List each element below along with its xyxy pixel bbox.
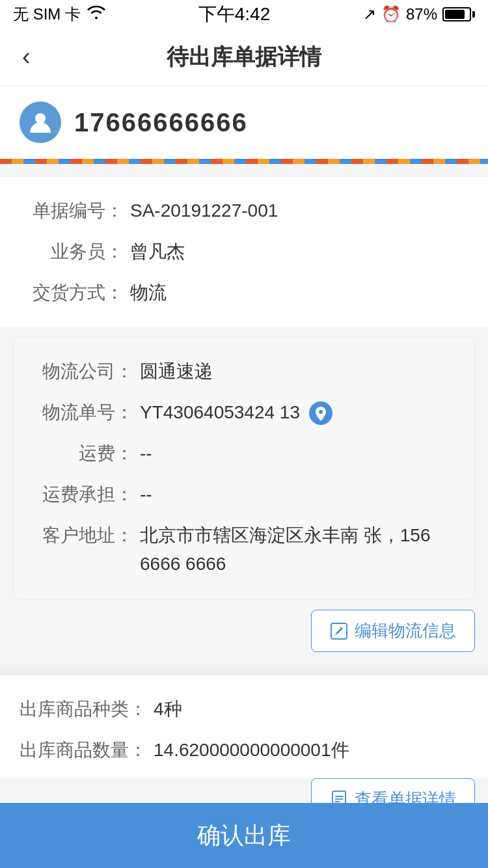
product-qty-value: 14.620000000000001件 xyxy=(154,736,468,765)
delivery-method-value: 物流 xyxy=(130,278,468,308)
freight-bearer-row: 运费承担： -- xyxy=(29,480,459,509)
carrier-text: 无 SIM 卡 xyxy=(13,4,81,25)
product-types-label: 出库商品种类： xyxy=(20,695,147,724)
svg-point-1 xyxy=(309,401,332,425)
freight-bearer-label: 运费承担： xyxy=(29,480,133,509)
status-right: ↗ ⏰ 87% xyxy=(363,5,475,23)
page-title: 待出库单据详情 xyxy=(167,42,321,72)
freight-label: 运费： xyxy=(29,439,133,468)
nav-bar: ‹ 待出库单据详情 xyxy=(0,29,488,86)
avatar xyxy=(20,102,61,143)
document-number-value: SA-20191227-001 xyxy=(130,197,468,226)
tracking-value: YT43064053424 13 xyxy=(140,398,300,427)
delivery-method-label: 交货方式： xyxy=(20,278,124,308)
logistics-company-label: 物流公司： xyxy=(29,357,133,387)
address-row: 客户地址： 北京市市辖区海淀区永丰南 张，156 6666 6666 xyxy=(29,521,459,580)
address-label: 客户地址： xyxy=(29,521,133,550)
edit-logistics-row: 编辑物流信息 xyxy=(0,610,488,665)
tracking-row: 物流单号： YT43064053424 13 xyxy=(29,398,459,427)
battery-text: 87% xyxy=(406,5,437,23)
logistics-company-row: 物流公司： 圆通速递 xyxy=(29,357,459,387)
sales-rep-label: 业务员： xyxy=(20,237,124,267)
wifi-icon xyxy=(87,5,105,23)
address-value: 北京市市辖区海淀区永丰南 张，156 6666 6666 xyxy=(140,521,459,580)
edit-logistics-label: 编辑物流信息 xyxy=(355,619,456,642)
alarm-icon: ⏰ xyxy=(381,5,401,23)
product-qty-label: 出库商品数量： xyxy=(20,736,147,765)
back-button[interactable]: ‹ xyxy=(16,36,37,77)
product-qty-row: 出库商品数量： 14.620000000000001件 xyxy=(20,736,468,765)
summary-section: 出库商品种类： 4种 出库商品数量： 14.620000000000001件 xyxy=(0,675,488,778)
product-types-row: 出库商品种类： 4种 xyxy=(20,695,468,724)
order-info-section: 单据编号： SA-20191227-001 业务员： 曾凡杰 交货方式： 物流 xyxy=(0,177,488,327)
sales-rep-row: 业务员： 曾凡杰 xyxy=(20,237,468,267)
delivery-method-row: 交货方式： 物流 xyxy=(20,278,468,308)
product-types-value: 4种 xyxy=(154,695,468,724)
freight-row: 运费： -- xyxy=(29,439,459,468)
confirm-button-label: 确认出库 xyxy=(197,820,291,852)
edit-logistics-button[interactable]: 编辑物流信息 xyxy=(311,610,475,652)
edit-icon xyxy=(330,622,348,640)
document-number-label: 单据编号： xyxy=(20,197,124,226)
freight-bearer-value: -- xyxy=(140,480,459,509)
status-carrier: 无 SIM 卡 xyxy=(13,4,105,25)
sales-rep-value: 曾凡杰 xyxy=(130,237,468,267)
battery-icon xyxy=(442,7,475,21)
tracking-value-wrap: YT43064053424 13 xyxy=(140,398,459,427)
document-number-row: 单据编号： SA-20191227-001 xyxy=(20,197,468,226)
dashed-divider xyxy=(0,159,488,164)
logistics-company-value: 圆通速递 xyxy=(140,357,459,387)
tracking-location-icon[interactable] xyxy=(308,400,334,426)
location-status-icon: ↗ xyxy=(363,5,376,23)
confirm-button[interactable]: 确认出库 xyxy=(0,803,488,868)
status-time: 下午4:42 xyxy=(198,2,271,27)
freight-value: -- xyxy=(140,439,459,468)
status-bar: 无 SIM 卡 下午4:42 ↗ ⏰ 87% xyxy=(0,0,488,29)
tracking-label: 物流单号： xyxy=(29,398,133,427)
section-divider xyxy=(0,665,488,675)
logistics-card: 物流公司： 圆通速递 物流单号： YT43064053424 13 运费： --… xyxy=(13,337,475,599)
svg-point-0 xyxy=(35,113,46,124)
person-icon xyxy=(27,109,53,135)
customer-phone: 17666666666 xyxy=(74,108,248,137)
customer-header: 17666666666 xyxy=(0,86,488,159)
